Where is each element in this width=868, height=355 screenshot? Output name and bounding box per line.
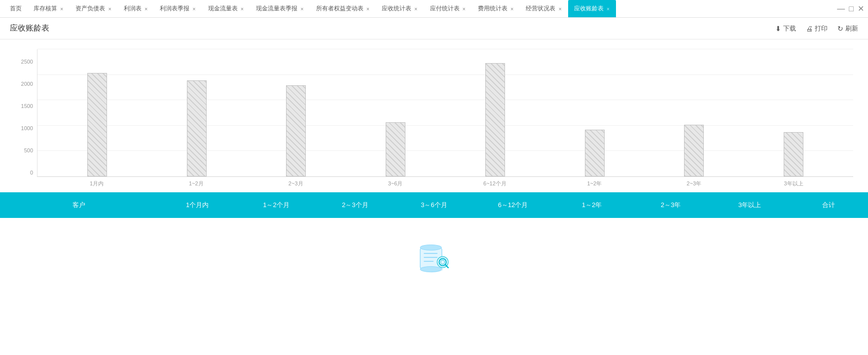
print-icon: 🖨 — [806, 25, 813, 33]
tab-inventory[interactable]: 库存核算 × — [28, 0, 70, 18]
chart-area: 2500 2000 1500 1000 500 0 — [0, 39, 868, 192]
tab-close-inventory[interactable]: × — [60, 6, 63, 12]
tab-close-profit-quarterly[interactable]: × — [192, 6, 195, 12]
bar-1-2year — [585, 130, 605, 177]
empty-state-icon — [409, 238, 459, 277]
col-header-6-12month: 6～12个月 — [473, 201, 552, 210]
table-header: 客户 1个月内 1～2个月 2～3个月 3～6个月 6～12个月 1～2年 2～… — [0, 192, 868, 218]
x-label-3-6month: 3~6月 — [381, 180, 410, 187]
x-label-2-3month: 2~3月 — [281, 180, 311, 187]
chart-container: 2500 2000 1500 1000 500 0 — [15, 49, 853, 187]
tab-equity[interactable]: 所有者权益变动表 × — [310, 0, 376, 18]
refresh-button[interactable]: ↻ 刷新 — [837, 24, 858, 33]
page-title: 应收账龄表 — [10, 23, 49, 34]
col-header-total: 合计 — [789, 201, 868, 210]
tab-ar-stats[interactable]: 应收统计表 × — [376, 0, 424, 18]
x-label-3plus: 3年以上 — [779, 180, 808, 187]
empty-state — [0, 218, 868, 287]
minimize-button[interactable]: — — [837, 4, 845, 13]
col-header-1-2year: 1～2年 — [552, 201, 631, 210]
col-header-3-6month: 3～6个月 — [395, 201, 473, 210]
x-label-1-2year: 1~2年 — [579, 180, 609, 187]
grid-and-bars — [37, 49, 853, 177]
y-label-0: 0 — [30, 170, 33, 176]
tab-balance-sheet[interactable]: 资产负债表 × — [70, 0, 117, 18]
tab-close-balance-sheet[interactable]: × — [108, 6, 111, 12]
y-label-2500: 2500 — [21, 59, 33, 65]
bar-group-8 — [784, 132, 803, 177]
bar-group-7 — [684, 125, 704, 177]
svg-point-2 — [420, 245, 441, 250]
bar-group-2 — [187, 80, 207, 177]
col-header-2-3year: 2～3年 — [631, 201, 710, 210]
col-header-2-3month: 2～3个月 — [316, 201, 395, 210]
bar-group-1 — [87, 73, 107, 177]
download-icon: ⬇ — [775, 25, 781, 33]
tab-close-cashflow-quarterly[interactable]: × — [300, 6, 303, 12]
tab-close-ar-aging[interactable]: × — [607, 6, 610, 12]
tab-close-cashflow[interactable]: × — [241, 6, 244, 12]
x-label-6-12month: 6~12个月 — [480, 180, 509, 187]
bar-3plus-year — [784, 132, 803, 177]
print-button[interactable]: 🖨 打印 — [806, 24, 828, 33]
tab-close-expense-stats[interactable]: × — [510, 6, 513, 12]
chart-inner: 1月内 1~2月 2~3月 3~6月 6~12个月 1~2年 2~3年 3年以上 — [37, 49, 853, 187]
tab-operations[interactable]: 经营状况表 × — [520, 0, 568, 18]
bar-group-6 — [585, 130, 605, 177]
y-label-2000: 2000 — [21, 81, 33, 87]
bars-row — [37, 49, 853, 177]
bar-group-4 — [386, 122, 405, 177]
bar-group-5 — [485, 63, 505, 177]
close-button[interactable]: ✕ — [858, 4, 864, 13]
col-header-customer: 客户 — [0, 201, 158, 210]
bar-1-2month — [187, 80, 207, 177]
tab-close-profit[interactable]: × — [145, 6, 147, 12]
y-label-500: 500 — [24, 148, 33, 153]
tab-profit-quarterly[interactable]: 利润表季报 × — [154, 0, 202, 18]
y-label-1500: 1500 — [21, 104, 33, 109]
bar-3-6month — [386, 122, 405, 177]
maximize-button[interactable]: □ — [849, 4, 854, 13]
x-label-2-3year: 2~3年 — [679, 180, 709, 187]
page-header: 应收账龄表 ⬇ 下载 🖨 打印 ↻ 刷新 — [0, 18, 868, 39]
bar-2-3year — [684, 125, 704, 177]
x-label-1-2month: 1~2月 — [181, 180, 211, 187]
tab-cashflow[interactable]: 现金流量表 × — [202, 0, 250, 18]
tab-close-ap-stats[interactable]: × — [463, 6, 466, 12]
window-actions: — □ ✕ — [837, 4, 864, 13]
download-button[interactable]: ⬇ 下载 — [775, 24, 796, 33]
x-labels: 1月内 1~2月 2~3月 3~6月 6~12个月 1~2年 2~3年 3年以上 — [37, 177, 853, 187]
bar-2-3month — [286, 85, 306, 177]
y-axis: 2500 2000 1500 1000 500 0 — [15, 59, 37, 187]
x-label-1month: 1月内 — [82, 180, 111, 187]
col-header-1month: 1个月内 — [158, 201, 237, 210]
page-actions: ⬇ 下载 🖨 打印 ↻ 刷新 — [775, 24, 858, 33]
tab-ar-aging[interactable]: 应收账龄表 × — [568, 0, 616, 18]
col-header-3plus: 3年以上 — [710, 201, 789, 210]
tab-close-equity[interactable]: × — [366, 6, 369, 12]
y-label-1000: 1000 — [21, 126, 33, 131]
tab-close-ar-stats[interactable]: × — [414, 6, 417, 12]
bar-group-3 — [286, 85, 306, 177]
tab-bar: 首页 库存核算 × 资产负债表 × 利润表 × 利润表季报 × 现金流量表 × … — [0, 0, 868, 18]
bar-1month — [87, 73, 107, 177]
tab-home[interactable]: 首页 — [4, 4, 28, 13]
tab-expense-stats[interactable]: 费用统计表 × — [472, 0, 520, 18]
tab-close-operations[interactable]: × — [558, 6, 561, 12]
main-content: 2500 2000 1500 1000 500 0 — [0, 39, 868, 355]
tab-cashflow-quarterly[interactable]: 现金流量表季报 × — [250, 0, 310, 18]
tab-ap-stats[interactable]: 应付统计表 × — [424, 0, 472, 18]
svg-point-3 — [420, 266, 441, 272]
tab-profit[interactable]: 利润表 × — [118, 0, 154, 18]
refresh-icon: ↻ — [837, 25, 843, 33]
col-header-1-2month: 1～2个月 — [237, 201, 316, 210]
bar-6-12month — [485, 63, 505, 177]
